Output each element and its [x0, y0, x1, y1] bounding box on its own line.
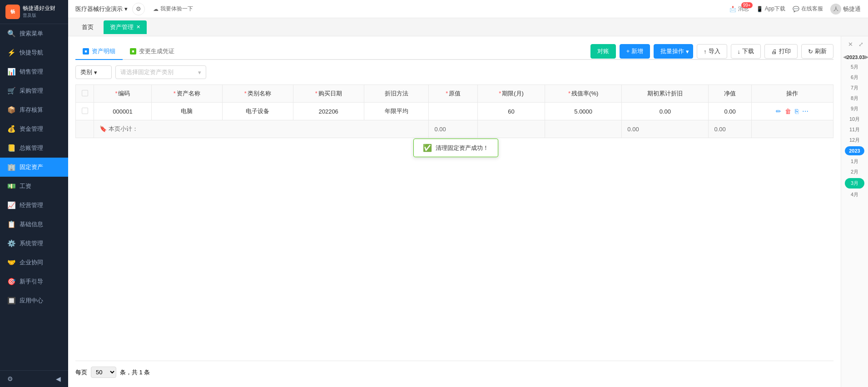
edit-action[interactable]: ✏	[776, 108, 781, 115]
col-depreciation-method: 折旧方法	[364, 85, 429, 103]
sidebar-logo: 畅 畅捷通好业财 普及版	[0, 0, 68, 24]
purchase-icon: 🛒	[7, 87, 16, 95]
quick-nav-icon: ⚡	[7, 49, 16, 57]
category-filter-label: 类别	[80, 68, 92, 76]
sidebar-item-basic-info[interactable]: 📋 基础信息	[0, 215, 68, 234]
category-filter[interactable]: 类别 ▾	[75, 65, 112, 79]
calendar-month-7[interactable]: 7月	[841, 83, 868, 93]
page-size-prefix: 每页	[75, 368, 87, 377]
sidebar-item-app-center[interactable]: 🔲 应用中心	[0, 291, 68, 310]
main-container: 医疗器械行业演示 ▾ ⚙ ☁ 我要体验一下 📩 消息 99+ 📱 App下载 💬…	[68, 0, 868, 387]
sidebar-item-label: 固定资产	[20, 163, 43, 171]
more-action[interactable]: ⋯	[802, 108, 808, 115]
page-size-select[interactable]: 50 10 20 100	[91, 367, 116, 378]
app-download-label: App下载	[765, 5, 785, 13]
calendar-month-10[interactable]: 10月	[841, 114, 868, 124]
sidebar-item-purchase[interactable]: 🛒 采购管理	[0, 81, 68, 100]
experience-button[interactable]: ☁ 我要体验一下	[153, 5, 193, 13]
company-dropdown-icon: ▾	[124, 5, 128, 12]
sales-icon: 📊	[7, 68, 16, 76]
asset-category-select[interactable]: 请选择固定资产类别 ▾	[115, 65, 206, 79]
calendar-year-2023[interactable]: 2023	[845, 146, 864, 155]
calendar-close-button[interactable]: ✕	[845, 38, 856, 50]
calendar-month-6[interactable]: 6月	[841, 72, 868, 83]
download-button[interactable]: ↓ 下载	[731, 44, 761, 59]
sidebar-item-label: 工资	[20, 182, 31, 190]
search-icon: 🔍	[7, 30, 16, 38]
sidebar-item-guide[interactable]: 🎯 新手引导	[0, 272, 68, 291]
message-button[interactable]: 📩 消息 99+	[729, 5, 749, 13]
app-download-icon: 📱	[756, 6, 763, 12]
company-selector[interactable]: 医疗器械行业演示 ▾	[75, 5, 128, 13]
copy-action[interactable]: ⎘	[795, 108, 799, 115]
calendar-prev-icon[interactable]: ◀	[843, 54, 847, 60]
tab-home[interactable]: 首页	[75, 20, 100, 34]
sidebar-item-ledger[interactable]: 📒 总账管理	[0, 139, 68, 158]
user-menu[interactable]: 人 畅捷通	[830, 4, 861, 15]
calendar-month-4[interactable]: 4月	[841, 189, 868, 200]
calendar-month-8[interactable]: 8月	[841, 93, 868, 104]
print-icon: 🖨	[771, 48, 777, 55]
calendar-month-2[interactable]: 2月	[841, 167, 868, 177]
collapse-sidebar-icon[interactable]: ◀	[56, 375, 61, 382]
sidebar-item-sales[interactable]: 📊 销售管理	[0, 62, 68, 81]
fund-icon: 💰	[7, 125, 16, 133]
calendar-month-5[interactable]: 5月	[841, 62, 868, 72]
gear-icon: ⚙	[136, 5, 141, 12]
sidebar-item-search[interactable]: 🔍 搜索菜单	[0, 24, 68, 43]
service-icon: 💬	[793, 6, 799, 12]
change-voucher-icon: ■	[130, 48, 136, 55]
guide-icon: 🎯	[7, 278, 16, 286]
cell-code: 000001	[94, 103, 152, 120]
calendar-expand-button[interactable]: ⤢	[856, 38, 866, 50]
app-download-button[interactable]: 📱 App下载	[756, 5, 785, 13]
online-service-button[interactable]: 💬 在线客服	[793, 5, 823, 13]
col-net-value: 净值	[709, 85, 752, 103]
calendar-nav: ◀ 2023.03 ▶	[841, 52, 868, 62]
tab-close-icon[interactable]: ✕	[136, 24, 140, 30]
toast-message: 清理固定资产成功！	[436, 144, 489, 152]
sidebar-item-enterprise[interactable]: 🤝 企业协同	[0, 253, 68, 272]
sidebar-item-system[interactable]: ⚙️ 系统管理	[0, 234, 68, 253]
sidebar-item-payroll[interactable]: 💵 工资	[0, 177, 68, 196]
sidebar-item-label: 应用中心	[20, 297, 43, 305]
category-dropdown-icon: ▾	[94, 69, 97, 76]
calendar-next-icon[interactable]: ▶	[865, 54, 868, 60]
reconcile-button[interactable]: 对账	[590, 44, 616, 59]
new-button[interactable]: + 新增	[620, 44, 650, 59]
settings-button[interactable]: ⚙	[132, 3, 145, 15]
system-icon: ⚙️	[7, 239, 16, 248]
subtab-asset-detail[interactable]: ■ 资产明细	[75, 44, 123, 60]
delete-action[interactable]: 🗑	[785, 108, 791, 115]
select-all-checkbox[interactable]	[82, 90, 88, 96]
print-button[interactable]: 🖨 打印	[764, 44, 798, 59]
tab-asset-management[interactable]: 资产管理 ✕	[104, 20, 147, 34]
batch-ops-button[interactable]: 批量操作 ▾	[654, 44, 693, 59]
subtab-change-voucher[interactable]: ■ 变更生成凭证	[123, 44, 182, 60]
sidebar-item-fixed-assets[interactable]: 🏢 固定资产	[0, 158, 68, 177]
calendar-month-12[interactable]: 12月	[841, 135, 868, 145]
cell-period: 60	[478, 103, 545, 120]
logo-text: 畅捷通好业财 普及版	[23, 5, 55, 19]
calendar-month-11[interactable]: 11月	[841, 124, 868, 135]
content-area: ■ 资产明细 ■ 变更生成凭证 对账 + 新增 批量操作 ▾ ↑	[68, 36, 868, 387]
sidebar-item-label: 基础信息	[20, 220, 43, 228]
calendar-month-3[interactable]: 3月	[845, 178, 864, 189]
refresh-button[interactable]: ↻ 刷新	[801, 44, 833, 59]
assets-table: *编码 *资产名称 *类别名称 *购买日期 折旧方法 *原值 *期限(月) *残…	[75, 84, 833, 138]
col-purchase-date: *购买日期	[293, 85, 364, 103]
calendar-month-9[interactable]: 9月	[841, 104, 868, 114]
row-checkbox[interactable]	[82, 108, 88, 114]
logo-icon: 畅	[5, 5, 20, 19]
sidebar-item-fund[interactable]: 💰 资金管理	[0, 119, 68, 139]
message-icon: 📩	[729, 6, 736, 12]
settings-bottom-icon[interactable]: ⚙	[7, 375, 13, 382]
sidebar-item-quick-nav[interactable]: ⚡ 快捷导航	[0, 43, 68, 62]
topbar-right: 📩 消息 99+ 📱 App下载 💬 在线客服 人 畅捷通	[729, 4, 861, 15]
calendar-month-1[interactable]: 1月	[841, 156, 868, 167]
sidebar-item-inventory[interactable]: 📦 库存核算	[0, 100, 68, 119]
sidebar-item-operations[interactable]: 📈 经营管理	[0, 196, 68, 215]
import-button[interactable]: ↑ 导入	[697, 44, 727, 59]
success-toast: ✅ 清理固定资产成功！	[413, 139, 498, 157]
table-container: *编码 *资产名称 *类别名称 *购买日期 折旧方法 *原值 *期限(月) *残…	[75, 84, 833, 361]
